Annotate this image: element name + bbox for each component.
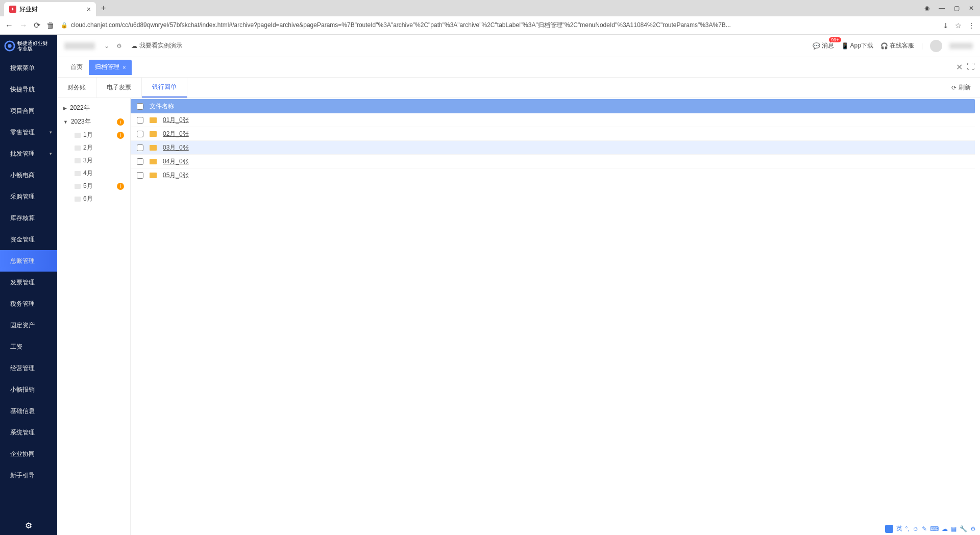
sidebar-item-0[interactable]: 搜索菜单 xyxy=(0,57,57,79)
demo-link[interactable]: ☁ 我要看实例演示 xyxy=(131,41,182,50)
sidebar-item-7[interactable]: 库存核算 xyxy=(0,207,57,229)
reload-button[interactable]: ⟳ xyxy=(34,20,40,30)
new-tab-button[interactable]: + xyxy=(101,4,106,13)
org-selector[interactable]: ⌄ ⚙ xyxy=(64,42,122,50)
tree-year-2022[interactable]: ▶ 2022年 xyxy=(57,101,130,115)
file-row[interactable]: 04月_0张 xyxy=(131,155,975,168)
url-bar[interactable]: 🔒 cloud.chanjet.com/cc/u6d89qwnryel/57bf… xyxy=(61,21,937,30)
browser-tab[interactable]: ✦ 好业财 × xyxy=(4,2,96,16)
logo-icon xyxy=(4,40,15,52)
headset-icon: 🎧 xyxy=(880,42,888,50)
tree-month-1[interactable]: 1月i xyxy=(57,129,130,141)
close-tab-icon[interactable]: × xyxy=(87,5,91,13)
file-link[interactable]: 02月_0张 xyxy=(163,130,189,138)
delete-icon[interactable]: 🗑 xyxy=(46,21,55,30)
back-button[interactable]: ← xyxy=(5,21,13,30)
sidebar-item-2[interactable]: 项目合同 xyxy=(0,100,57,121)
sidebar-item-16[interactable]: 基础信息 xyxy=(0,400,57,422)
close-window-button[interactable]: ✕ xyxy=(969,5,974,12)
sidebar-item-14[interactable]: 经营管理 xyxy=(0,357,57,379)
sidebar-item-6[interactable]: 采购管理 xyxy=(0,186,57,207)
caret-down-icon: ▼ xyxy=(63,119,68,125)
sidebar-item-13[interactable]: 工资 xyxy=(0,336,57,357)
file-row[interactable]: 01月_0张 xyxy=(131,113,975,127)
tree-month-3[interactable]: 3月 xyxy=(57,154,130,167)
file-row[interactable]: 03月_0张 xyxy=(131,141,975,155)
ime-lang[interactable]: 英 xyxy=(896,524,902,533)
ime-settings-icon[interactable]: ⚙ xyxy=(970,525,976,532)
file-row[interactable]: 02月_0张 xyxy=(131,127,975,141)
file-row[interactable]: 05月_0张 xyxy=(131,168,975,182)
chrome-account-icon[interactable]: ◉ xyxy=(924,5,929,12)
ime-emoji-icon[interactable]: ☺ xyxy=(913,525,919,532)
sidebar-item-12[interactable]: 固定资产 xyxy=(0,314,57,336)
tab-archive[interactable]: 归档管理 × xyxy=(89,60,132,75)
folder-icon xyxy=(75,197,81,202)
messages-button[interactable]: 💬 消息 99+ xyxy=(813,41,834,50)
sidebar-item-18[interactable]: 企业协同 xyxy=(0,443,57,465)
sidebar-settings[interactable]: ⚙ xyxy=(0,516,57,535)
bookmark-star-icon[interactable]: ☆ xyxy=(955,21,962,30)
sidebar-item-10[interactable]: 发票管理 xyxy=(0,272,57,293)
sidebar-item-19[interactable]: 新手引导 xyxy=(0,465,57,486)
close-tab-icon[interactable]: × xyxy=(122,64,126,70)
minimize-button[interactable]: — xyxy=(939,5,945,12)
online-service-button[interactable]: 🎧 在线客服 xyxy=(880,41,914,50)
ime-punct-icon[interactable]: °, xyxy=(905,525,910,532)
sidebar-item-11[interactable]: 税务管理 xyxy=(0,293,57,314)
sidebar-item-8[interactable]: 资金管理 xyxy=(0,229,57,250)
select-all-checkbox[interactable] xyxy=(137,103,143,110)
app-download-button[interactable]: 📱 App下载 xyxy=(841,41,873,50)
sidebar-item-1[interactable]: 快捷导航 xyxy=(0,79,57,100)
subtab-bank-receipt[interactable]: 银行回单 xyxy=(142,78,187,98)
tab-home[interactable]: 首页 xyxy=(64,57,89,77)
gear-icon: ⚙ xyxy=(25,521,32,530)
tree-month-2[interactable]: 2月 xyxy=(57,141,130,154)
fullscreen-icon[interactable]: ⛶ xyxy=(967,62,975,72)
file-checkbox[interactable] xyxy=(137,172,143,179)
file-checkbox[interactable] xyxy=(137,131,143,137)
tree-month-6[interactable]: 6月 xyxy=(57,192,130,205)
file-checkbox[interactable] xyxy=(137,158,143,165)
tree-month-5[interactable]: 5月i xyxy=(57,180,130,192)
sidebar-item-4[interactable]: 批发管理▾ xyxy=(0,143,57,164)
avatar[interactable] xyxy=(930,40,942,52)
subtab-einvoice[interactable]: 电子发票 xyxy=(96,78,142,98)
install-app-icon[interactable]: ⤓ xyxy=(943,21,949,30)
folder-icon xyxy=(75,184,81,189)
tree-year-2023[interactable]: ▼ 2023年 i xyxy=(57,115,130,129)
ime-cloud-icon[interactable]: ☁ xyxy=(942,525,948,532)
file-link[interactable]: 03月_0张 xyxy=(163,143,189,152)
file-list-header: 文件名称 xyxy=(131,99,975,113)
ime-logo-icon[interactable]: 王 xyxy=(885,525,893,533)
refresh-button[interactable]: ⟳ 刷新 xyxy=(951,83,980,92)
subtab-finance[interactable]: 财务账 xyxy=(57,78,96,98)
folder-icon xyxy=(150,173,157,178)
ime-keyboard-icon[interactable]: ⌨ xyxy=(930,525,939,532)
file-checkbox[interactable] xyxy=(137,117,143,124)
brand-name: 畅捷通好业财 xyxy=(17,40,48,46)
forward-button[interactable]: → xyxy=(19,21,28,30)
column-filename: 文件名称 xyxy=(150,102,174,111)
sidebar-item-5[interactable]: 小畅电商 xyxy=(0,164,57,186)
file-link[interactable]: 01月_0张 xyxy=(163,116,189,125)
org-name-blurred xyxy=(64,42,95,50)
sidebar-item-9[interactable]: 总账管理 xyxy=(0,250,57,272)
maximize-button[interactable]: ▢ xyxy=(954,5,960,12)
sidebar-item-3[interactable]: 零售管理▾ xyxy=(0,121,57,143)
favicon-icon: ✦ xyxy=(9,6,16,13)
file-checkbox[interactable] xyxy=(137,144,143,151)
tree-month-4[interactable]: 4月 xyxy=(57,167,130,180)
ime-mic-icon[interactable]: ✎ xyxy=(922,525,927,532)
file-link[interactable]: 04月_0张 xyxy=(163,157,189,166)
org-settings-icon[interactable]: ⚙ xyxy=(116,42,122,50)
warning-badge-icon: i xyxy=(117,118,124,126)
folder-icon xyxy=(75,145,81,151)
ime-pic-icon[interactable]: ▦ xyxy=(951,525,957,532)
file-link[interactable]: 05月_0张 xyxy=(163,171,189,180)
ime-tool-icon[interactable]: 🔧 xyxy=(960,525,967,532)
kebab-menu-icon[interactable]: ⋮ xyxy=(968,21,975,30)
sidebar-item-17[interactable]: 系统管理 xyxy=(0,422,57,443)
close-all-tabs-icon[interactable]: ✕ xyxy=(956,62,963,72)
sidebar-item-15[interactable]: 小畅报销 xyxy=(0,379,57,400)
